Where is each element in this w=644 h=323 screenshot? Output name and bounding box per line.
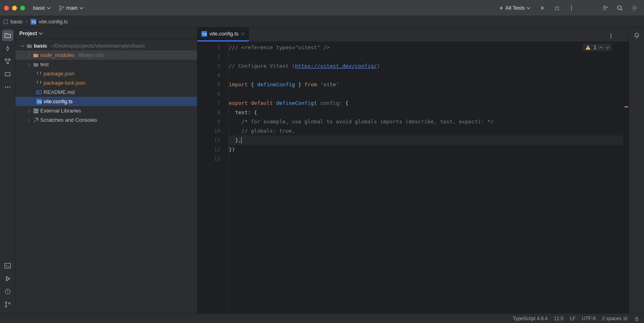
- run-config-label: All Tests: [505, 5, 525, 11]
- svg-text:TS: TS: [31, 20, 36, 24]
- tree-scratches[interactable]: Scratches and Consoles: [15, 115, 197, 125]
- commit-tool-button[interactable]: [2, 43, 13, 54]
- bookmarks-tool-button[interactable]: [2, 69, 13, 80]
- line-number[interactable]: 9: [197, 117, 228, 126]
- editor-area: TS vite.config.ts 1 2 3 4 5 6 7: [197, 27, 629, 313]
- error-strip[interactable]: [623, 42, 629, 313]
- chevron-down-icon[interactable]: [20, 44, 25, 48]
- git-icon: [4, 301, 11, 308]
- inspection-widget[interactable]: 1: [583, 44, 612, 51]
- debug-button[interactable]: [551, 2, 563, 14]
- status-indent[interactable]: 2 spaces: [602, 316, 628, 321]
- editor-body[interactable]: 1 2 3 4 5 6 7 8 9 10 11 12 13 1: [197, 42, 629, 313]
- line-number[interactable]: 4: [197, 71, 228, 80]
- tree-vite-config[interactable]: TS vite.config.ts: [15, 97, 197, 106]
- code-line: [229, 154, 623, 163]
- close-window-button[interactable]: [4, 6, 9, 10]
- tab-options-button[interactable]: [605, 30, 617, 42]
- chevron-right-icon[interactable]: [27, 109, 31, 113]
- code-area[interactable]: 1 /// <reference types="vitest" /> // Co…: [229, 42, 623, 313]
- breadcrumb-root[interactable]: basic: [10, 19, 23, 25]
- status-line-sep[interactable]: LF: [570, 316, 576, 321]
- status-encoding[interactable]: UTF-8: [582, 316, 596, 321]
- json-file-icon: [36, 71, 42, 77]
- tree-readme[interactable]: M↓ README.md: [15, 88, 197, 97]
- ts-file-icon: TS: [31, 19, 36, 25]
- chevron-right-icon[interactable]: [27, 118, 31, 122]
- ts-file-icon: TS: [201, 31, 207, 37]
- lock-icon: [634, 316, 639, 321]
- warning-mark[interactable]: [625, 106, 628, 107]
- chevron-right-icon[interactable]: [27, 53, 31, 57]
- tree-package-lock[interactable]: package-lock.json: [15, 78, 197, 88]
- line-number[interactable]: 5: [197, 80, 228, 89]
- breadcrumb: basic TS vite.config.ts: [0, 16, 644, 27]
- notifications-button[interactable]: [631, 30, 642, 41]
- branch-selector[interactable]: main: [59, 5, 83, 11]
- status-bar: TypeScript 4.8.4 11:5 LF UTF-8 2 spaces: [0, 313, 644, 323]
- code-line: [229, 52, 623, 61]
- line-number[interactable]: 2: [197, 52, 228, 61]
- chevron-down-icon[interactable]: [605, 46, 609, 50]
- fullscreen-window-button[interactable]: [20, 6, 25, 10]
- breadcrumb-separator: [25, 20, 28, 23]
- status-lang[interactable]: TypeScript 4.8.4: [513, 316, 548, 321]
- settings-button[interactable]: [629, 2, 640, 14]
- project-selector[interactable]: basic: [33, 5, 51, 11]
- line-number[interactable]: 1: [197, 43, 228, 52]
- warning-count: 1: [593, 44, 596, 50]
- chevron-right-icon[interactable]: [27, 63, 31, 67]
- project-view-selector[interactable]: Project: [19, 30, 43, 36]
- chevron-down-icon: [79, 6, 83, 10]
- line-number[interactable]: 7: [197, 98, 228, 108]
- tab-label: vite.config.ts: [209, 31, 238, 37]
- run-button[interactable]: [537, 2, 548, 14]
- tree-node-modules[interactable]: node_modules library root: [15, 50, 197, 60]
- structure-tool-button[interactable]: [2, 56, 13, 67]
- search-icon: [617, 5, 623, 11]
- code-with-me-button[interactable]: [600, 2, 611, 14]
- tree-external-libs[interactable]: External Libraries: [15, 106, 197, 115]
- line-number[interactable]: 6: [197, 89, 228, 98]
- line-number[interactable]: 3: [197, 61, 228, 71]
- line-number[interactable]: 10: [197, 126, 228, 135]
- svg-point-36: [611, 35, 611, 36]
- minimize-window-button[interactable]: [12, 6, 17, 10]
- scratch-icon: [33, 117, 39, 123]
- search-everywhere-button[interactable]: [614, 2, 625, 14]
- svg-rect-32: [37, 109, 39, 113]
- more-actions-button[interactable]: [566, 2, 577, 14]
- line-number[interactable]: 11: [197, 135, 228, 145]
- terminal-tool-button[interactable]: [2, 260, 13, 271]
- close-tab-button[interactable]: [241, 32, 245, 36]
- line-number[interactable]: 12: [197, 145, 228, 154]
- tree-package-json[interactable]: package.json: [15, 69, 197, 78]
- project-tool-button[interactable]: [2, 30, 13, 41]
- tree-test-folder[interactable]: test: [15, 60, 197, 69]
- problems-tool-button[interactable]: [2, 286, 13, 297]
- tree-root[interactable]: basic ~/Desktop/projects/vitest/examples…: [15, 41, 197, 50]
- svg-point-0: [60, 5, 61, 7]
- line-number[interactable]: 13: [197, 154, 228, 163]
- status-caret-pos[interactable]: 11:5: [554, 316, 563, 321]
- commit-icon: [4, 45, 11, 52]
- editor-tab-active[interactable]: TS vite.config.ts: [197, 27, 249, 42]
- close-icon: [241, 32, 245, 36]
- root-name: basic: [34, 43, 47, 49]
- line-number[interactable]: 8: [197, 108, 228, 117]
- chevron-up-icon[interactable]: [599, 46, 603, 50]
- status-readonly[interactable]: [634, 316, 639, 321]
- code-line: export default defineConfig( config: {: [229, 98, 623, 108]
- svg-rect-10: [4, 20, 8, 24]
- package-lock-label: package-lock.json: [43, 80, 85, 86]
- person-plus-icon: [602, 5, 609, 11]
- svg-point-23: [5, 302, 7, 303]
- svg-point-9: [634, 7, 635, 9]
- project-tree[interactable]: basic ~/Desktop/projects/vitest/examples…: [15, 40, 197, 313]
- breadcrumb-file[interactable]: vite.config.ts: [39, 19, 68, 25]
- run-tool-button[interactable]: [2, 273, 13, 284]
- vcs-tool-button[interactable]: [2, 299, 13, 310]
- code-line: [229, 89, 623, 98]
- more-tools-button[interactable]: [2, 81, 13, 93]
- run-config-selector[interactable]: All Tests: [499, 5, 530, 11]
